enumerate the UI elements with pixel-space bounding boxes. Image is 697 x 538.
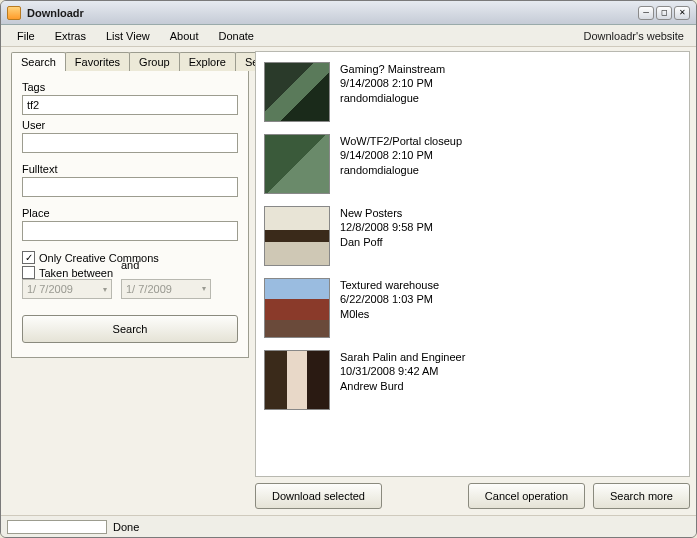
minimize-button[interactable]: ─ — [638, 6, 654, 20]
result-meta: WoW/TF2/Portal closeup9/14/2008 2:10 PMr… — [340, 134, 462, 177]
tab-group[interactable]: Group — [129, 52, 180, 71]
tags-input[interactable] — [22, 95, 238, 115]
cc-checkbox[interactable]: ✓ — [22, 251, 35, 264]
result-thumbnail — [264, 278, 330, 338]
between-checkbox[interactable] — [22, 266, 35, 279]
action-row: Download selected Cancel operation Searc… — [255, 477, 690, 509]
date-from[interactable]: 1/ 7/2009 ▾ — [22, 279, 112, 299]
tab-explore[interactable]: Explore — [179, 52, 236, 71]
result-date: 10/31/2008 9:42 AM — [340, 364, 465, 378]
tab-search[interactable]: Search — [11, 52, 66, 71]
search-panel: Tags User Fulltext Place ✓ Only Creative… — [11, 70, 249, 358]
menu-extras[interactable]: Extras — [45, 28, 96, 44]
close-button[interactable]: ✕ — [674, 6, 690, 20]
date-from-value: 1/ 7/2009 — [27, 283, 73, 295]
result-item[interactable]: Gaming? Mainstream9/14/2008 2:10 PMrando… — [260, 56, 685, 128]
maximize-button[interactable]: ◻ — [656, 6, 672, 20]
result-item[interactable]: New Posters12/8/2008 9:58 PMDan Poff — [260, 200, 685, 272]
website-link[interactable]: Downloadr's website — [577, 28, 690, 44]
user-label: User — [22, 119, 238, 131]
place-input[interactable] — [22, 221, 238, 241]
tab-favorites[interactable]: Favorites — [65, 52, 130, 71]
result-meta: New Posters12/8/2008 9:58 PMDan Poff — [340, 206, 433, 249]
left-pane: Search Favorites Group Explore Set Tags … — [1, 47, 253, 515]
result-title: Gaming? Mainstream — [340, 62, 445, 76]
result-title: New Posters — [340, 206, 433, 220]
between-label: Taken between — [39, 267, 113, 279]
date-to[interactable]: 1/ 7/2009 ▾ — [121, 279, 211, 299]
menubar: File Extras List View About Donate Downl… — [1, 25, 696, 47]
menu-listview[interactable]: List View — [96, 28, 160, 44]
result-date: 6/22/2008 1:03 PM — [340, 292, 439, 306]
result-meta: Gaming? Mainstream9/14/2008 2:10 PMrando… — [340, 62, 445, 105]
and-label: and — [121, 259, 211, 271]
result-thumbnail — [264, 206, 330, 266]
user-input[interactable] — [22, 133, 238, 153]
titlebar: Downloadr ─ ◻ ✕ — [1, 1, 696, 25]
result-meta: Sarah Palin and Engineer10/31/2008 9:42 … — [340, 350, 465, 393]
result-item[interactable]: Sarah Palin and Engineer10/31/2008 9:42 … — [260, 344, 685, 416]
date-to-value: 1/ 7/2009 — [126, 283, 172, 295]
cancel-operation-button[interactable]: Cancel operation — [468, 483, 585, 509]
result-author: randomdialogue — [340, 91, 445, 105]
result-title: Textured warehouse — [340, 278, 439, 292]
download-selected-button[interactable]: Download selected — [255, 483, 382, 509]
result-meta: Textured warehouse6/22/2008 1:03 PMM0les — [340, 278, 439, 321]
result-title: Sarah Palin and Engineer — [340, 350, 465, 364]
content-area: Search Favorites Group Explore Set Tags … — [1, 47, 696, 515]
window-title: Downloadr — [27, 7, 84, 19]
menu-donate[interactable]: Donate — [209, 28, 264, 44]
result-item[interactable]: Textured warehouse6/22/2008 1:03 PMM0les — [260, 272, 685, 344]
search-button[interactable]: Search — [22, 315, 238, 343]
fulltext-input[interactable] — [22, 177, 238, 197]
tabstrip: Search Favorites Group Explore Set — [11, 52, 249, 71]
results-list[interactable]: Gaming? Mainstream9/14/2008 2:10 PMrando… — [255, 51, 690, 477]
status-text: Done — [113, 521, 139, 533]
chevron-down-icon: ▾ — [103, 285, 107, 294]
result-title: WoW/TF2/Portal closeup — [340, 134, 462, 148]
fulltext-label: Fulltext — [22, 163, 238, 175]
progress-bar — [7, 520, 107, 534]
result-author: randomdialogue — [340, 163, 462, 177]
result-item[interactable]: WoW/TF2/Portal closeup9/14/2008 2:10 PMr… — [260, 128, 685, 200]
result-thumbnail — [264, 62, 330, 122]
result-date: 9/14/2008 2:10 PM — [340, 76, 445, 90]
place-label: Place — [22, 207, 238, 219]
right-pane: Gaming? Mainstream9/14/2008 2:10 PMrando… — [253, 47, 696, 515]
result-author: Dan Poff — [340, 235, 433, 249]
result-author: M0les — [340, 307, 439, 321]
menu-about[interactable]: About — [160, 28, 209, 44]
app-icon — [7, 6, 21, 20]
search-more-button[interactable]: Search more — [593, 483, 690, 509]
result-date: 12/8/2008 9:58 PM — [340, 220, 433, 234]
result-date: 9/14/2008 2:10 PM — [340, 148, 462, 162]
result-thumbnail — [264, 134, 330, 194]
result-author: Andrew Burd — [340, 379, 465, 393]
chevron-down-icon: ▾ — [202, 284, 206, 293]
statusbar: Done — [1, 515, 696, 537]
result-thumbnail — [264, 350, 330, 410]
tags-label: Tags — [22, 81, 238, 93]
menu-file[interactable]: File — [7, 28, 45, 44]
